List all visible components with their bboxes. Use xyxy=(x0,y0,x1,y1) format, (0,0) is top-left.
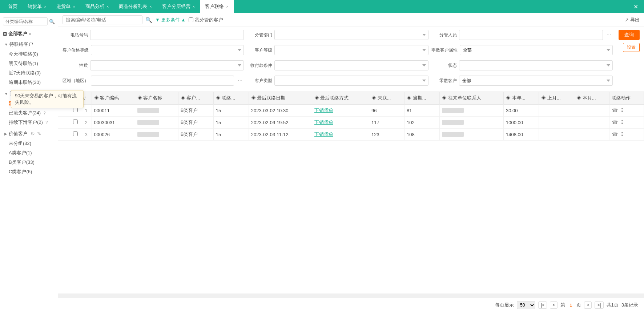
last-page-button[interactable]: >| xyxy=(595,301,603,309)
next-page-button[interactable]: > xyxy=(584,301,592,309)
filter-row-3: 性质 收付款条件 状态 xyxy=(63,60,613,70)
sidebar-search-button[interactable]: 🔍 xyxy=(49,19,55,24)
table-row: 2 00030031 B类客户 15 2023-02-09 19:52: 下销货… xyxy=(58,117,644,129)
col-code[interactable]: ◈ 客户编码 xyxy=(92,92,135,105)
tab-customer-layer-close[interactable]: × xyxy=(193,4,195,9)
my-customers-checkbox-label[interactable]: 我分管的客户 xyxy=(189,17,223,23)
filter-cell-payment: 收付款条件 xyxy=(247,60,428,70)
sidebar-item-ungroup[interactable]: 未分组(32) xyxy=(0,139,58,148)
col-last-method[interactable]: ◈ 最后联络方式 xyxy=(312,92,369,105)
nature-select[interactable] xyxy=(90,60,244,70)
more-conditions-button[interactable]: ▼ 更多条件 ▲ xyxy=(155,17,186,23)
col-action: 联络动作 xyxy=(609,92,644,105)
tab-purchase-close[interactable]: × xyxy=(73,4,75,9)
col-this-year[interactable]: ◈ 本年... xyxy=(504,92,539,105)
tab-home[interactable]: 首页 xyxy=(3,0,23,13)
value-edit-icon[interactable]: ✎ xyxy=(37,131,41,137)
row-uncontacted-cell: 123 xyxy=(369,129,404,141)
col-last-month[interactable]: ◈ 上月... xyxy=(539,92,574,105)
value-refresh-icon[interactable]: ↻ xyxy=(31,131,35,137)
col-type[interactable]: ◈ 客户... xyxy=(178,92,213,105)
row-contact-icon[interactable]: ☎ xyxy=(612,119,618,125)
window-close-button[interactable]: ✕ xyxy=(631,3,641,10)
row-contact-icon[interactable]: ☎ xyxy=(612,131,618,137)
main-search-button[interactable]: 🔍 xyxy=(145,17,152,23)
row-checkbox-cell[interactable] xyxy=(70,117,81,129)
region-input[interactable] xyxy=(91,76,234,86)
tab-sales-close[interactable]: × xyxy=(44,4,46,9)
main-search-input[interactable] xyxy=(63,15,142,24)
row-overdue-cell: 108 xyxy=(404,129,439,141)
row-more-icon[interactable]: ⠿ xyxy=(620,131,624,137)
person-ellipsis[interactable]: ··· xyxy=(605,32,613,38)
tab-analysis[interactable]: 商品分析 × xyxy=(80,0,114,13)
retail-label: 零散客户 xyxy=(431,78,457,84)
row-action-cell: ☎ ⠿ xyxy=(609,117,644,129)
payment-select[interactable] xyxy=(274,60,428,70)
tab-analysis-list-close[interactable]: × xyxy=(149,4,152,9)
my-customers-checkbox[interactable] xyxy=(189,17,193,22)
export-button[interactable]: ↗ 导出 xyxy=(625,17,640,23)
price-level-select[interactable] xyxy=(91,45,244,55)
row-last-method-cell[interactable]: 下销货单 xyxy=(312,105,369,117)
row-type-cell: B类客户 xyxy=(178,105,213,117)
col-unit-contact[interactable]: ◈ 往来单位联系人 xyxy=(439,92,503,105)
table-body: 1 000011 B类客户 15 2023-03-02 10:30: 下销货单 … xyxy=(58,105,644,141)
table-horizontal-scrollbar[interactable] xyxy=(58,293,644,298)
row-checkbox[interactable] xyxy=(73,119,78,124)
col-this-month[interactable]: ◈ 本月... xyxy=(574,92,609,105)
page-size-select[interactable]: 20 50 100 xyxy=(517,301,535,309)
row-more-icon[interactable]: ⠿ xyxy=(620,119,624,125)
tab-sales[interactable]: 销货单 × xyxy=(23,0,51,13)
customer-level-select[interactable] xyxy=(274,45,428,55)
tab-purchase[interactable]: 进货单 × xyxy=(51,0,80,13)
col-contact-count[interactable]: ◈ 联络... xyxy=(213,92,249,105)
col-uncontacted[interactable]: ◈ 未联... xyxy=(369,92,404,105)
sidebar-item-c-class[interactable]: C类客户(6) xyxy=(0,167,58,177)
row-last-method-cell[interactable]: 下销货单 xyxy=(312,117,369,129)
sidebar-search-input[interactable] xyxy=(3,17,48,25)
query-button[interactable]: 查询 xyxy=(619,30,640,40)
tab-customer-contact[interactable]: 客户联络 × xyxy=(200,0,233,13)
tab-analysis-list[interactable]: 商品分析列表 × xyxy=(114,0,157,13)
sidebar-item-overdue[interactable]: 逾期未联络(30) xyxy=(0,78,58,87)
tab-customer-layer[interactable]: 客户分层经营 × xyxy=(157,0,200,13)
col-overdue[interactable]: ◈ 逾期... xyxy=(404,92,439,105)
row-code-cell: 00030031 xyxy=(92,117,135,129)
row-checkbox[interactable] xyxy=(73,131,78,136)
region-ellipsis[interactable]: ··· xyxy=(236,77,244,84)
phone-input[interactable] xyxy=(90,30,244,40)
filter-settings-button[interactable]: 设置 xyxy=(623,43,640,52)
filter-cell-customer-level: 客户等级 xyxy=(247,45,428,55)
row-more-icon[interactable]: ⠿ xyxy=(620,108,624,113)
sidebar-item-tomorrow[interactable]: 明天待联络(1) xyxy=(0,59,58,68)
row-checkbox-cell[interactable] xyxy=(70,129,81,141)
col-name[interactable]: ◈ 客户名称 xyxy=(135,92,178,105)
person-input[interactable] xyxy=(459,30,603,40)
sidebar-item-week[interactable]: 近7天待联络(0) xyxy=(0,68,58,78)
retail-select[interactable]: 全部 xyxy=(459,76,613,86)
status-select[interactable] xyxy=(459,60,613,70)
sidebar-item-b-class[interactable]: B类客户(33) xyxy=(0,158,58,167)
row-last-method-cell[interactable]: 下销货单 xyxy=(312,129,369,141)
row-unit-contact-cell xyxy=(439,105,503,117)
sidebar-group-pending-title[interactable]: ▼ 待联络客户 xyxy=(0,39,58,49)
tab-customer-contact-close[interactable]: × xyxy=(226,4,228,9)
col-last-date[interactable]: ◈ 最后联络日期 xyxy=(249,92,312,105)
dept-select[interactable] xyxy=(274,30,428,40)
sidebar-item-today[interactable]: 今天待联络(0) xyxy=(0,49,58,59)
prev-page-button[interactable]: < xyxy=(550,301,558,309)
first-page-button[interactable]: |< xyxy=(538,301,547,309)
sidebar-all-customers[interactable]: ⊞ 全部客户 « xyxy=(0,28,58,39)
customer-type-select[interactable] xyxy=(274,76,428,86)
retail-attr-select[interactable]: 全部 xyxy=(460,45,613,55)
filter-cell-person: 分管人员 ··· xyxy=(431,30,613,40)
sidebar-group-value-title[interactable]: ▶ 价值客户 ↻ ✎ xyxy=(0,129,58,139)
row-num-cell: 3 xyxy=(81,129,92,141)
sidebar-item-a-class[interactable]: A类客户(1) xyxy=(0,148,58,158)
row-contact-icon[interactable]: ☎ xyxy=(612,108,618,113)
sidebar-item-lost[interactable]: 已流失客户(24) ? xyxy=(0,108,58,118)
sidebar-item-declining[interactable]: 持续下滑客户(2) ? xyxy=(0,118,58,127)
tab-analysis-close[interactable]: × xyxy=(106,4,109,9)
table-container: ⚙ # ◈ 客户编码 ◈ 客户名称 ◈ 客户... xyxy=(58,92,644,293)
